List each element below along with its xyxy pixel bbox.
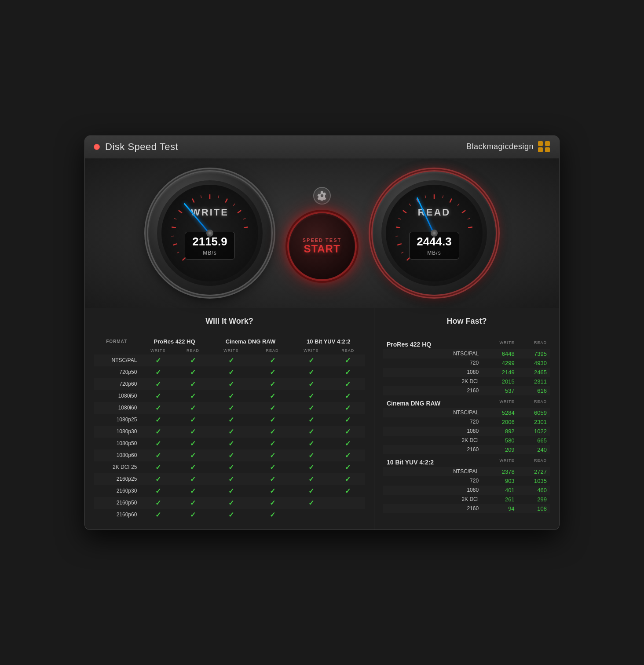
wiw-table-row: 720p50✓✓✓✓✓✓ [94, 366, 365, 378]
wiw-format-label: 1080p25 [94, 414, 139, 426]
wiw-check-cell: ✓ [253, 449, 292, 461]
wiw-format-label: 1080i50 [94, 390, 139, 402]
check-icon: ✓ [345, 428, 351, 435]
prores-read-header: READ [176, 347, 209, 354]
yuv-write-header: WRITE [292, 347, 330, 354]
wiw-check-cell: ✓ [330, 449, 365, 461]
hf-format-label: 1080 [383, 427, 482, 436]
write-value: 2115.9 [192, 235, 227, 248]
check-icon: ✓ [190, 511, 196, 519]
hf-table-row: 2160 94 108 [383, 504, 550, 513]
app-title: Disk Speed Test [105, 141, 178, 153]
read-gauge-inner: READ 2444.3 MB/s [381, 180, 487, 286]
will-it-work-panel: Will It Work? FORMAT ProRes 422 HQ Cinem… [85, 308, 374, 530]
hf-read-value: 4930 [518, 358, 550, 368]
prores-header: ProRes 422 HQ [139, 336, 209, 347]
check-icon: ✓ [345, 464, 351, 471]
wiw-check-cell: ✓ [292, 473, 330, 485]
wiw-table-row: 1080i50✓✓✓✓✓✓ [94, 390, 365, 402]
brand-icon [538, 141, 550, 152]
settings-button[interactable] [313, 187, 331, 205]
hf-read-value: 616 [518, 386, 550, 395]
hf-format-label: 1080 [383, 368, 482, 377]
check-icon: ✓ [190, 475, 196, 483]
hf-format-label: 2K DCI [383, 436, 482, 445]
wiw-check-cell: ✓ [209, 473, 253, 485]
check-icon: ✓ [270, 392, 275, 400]
title-bar-left: Disk Speed Test [94, 141, 178, 153]
wiw-check-cell: ✓ [176, 497, 209, 509]
hf-read-value: 1022 [518, 427, 550, 436]
close-button[interactable] [94, 144, 100, 150]
speed-test-start-button[interactable]: SPEED TEST START [289, 213, 355, 279]
wiw-check-cell: ✓ [209, 497, 253, 509]
hf-section-name: ProRes 422 HQ [383, 336, 482, 349]
gear-icon [317, 191, 327, 201]
hf-write-value: 2006 [482, 417, 518, 427]
hf-format-label: NTSC/PAL [383, 467, 482, 476]
hf-read-value: 240 [518, 445, 550, 454]
check-icon: ✓ [228, 357, 234, 364]
check-icon: ✓ [270, 499, 275, 507]
hf-format-label: 720 [383, 476, 482, 486]
check-icon: ✓ [190, 369, 196, 376]
check-icon: ✓ [345, 369, 351, 376]
wiw-format-label: 1080p30 [94, 426, 139, 438]
check-icon: ✓ [155, 487, 161, 495]
check-icon: ✓ [270, 464, 275, 471]
yuv-read-header: READ [330, 347, 365, 354]
check-icon: ✓ [308, 369, 314, 376]
brand-square-3 [538, 147, 543, 152]
wiw-format-label: 720p60 [94, 378, 139, 390]
wiw-check-cell: ✓ [292, 390, 330, 402]
wiw-format-label: 2K DCI 25 [94, 461, 139, 473]
check-icon: ✓ [228, 464, 234, 471]
wiw-check-cell: ✓ [209, 461, 253, 473]
check-icon: ✓ [155, 511, 161, 519]
wiw-check-cell: ✓ [139, 354, 176, 366]
check-icon: ✓ [270, 440, 275, 447]
how-fast-panel: How Fast? ProRes 422 HQ WRITE READ NTSC/… [374, 308, 559, 530]
wiw-check-cell: ✓ [139, 497, 176, 509]
wiw-table-row: 1080p25✓✓✓✓✓✓ [94, 414, 365, 426]
write-needle-center [206, 230, 213, 237]
check-icon: ✓ [270, 475, 275, 483]
read-needle-line [416, 197, 434, 234]
check-icon: ✓ [308, 416, 314, 424]
wiw-check-cell: ✓ [292, 497, 330, 509]
format-col-header: FORMAT [94, 336, 139, 347]
hf-table-row: 1080 892 1022 [383, 427, 550, 436]
check-icon: ✓ [345, 452, 351, 459]
cinema-read-header: READ [253, 347, 292, 354]
check-icon: ✓ [155, 392, 161, 400]
check-icon: ✓ [155, 452, 161, 459]
hf-section-header-row: ProRes 422 HQ WRITE READ [383, 336, 550, 349]
check-icon: ✓ [345, 392, 351, 400]
check-icon: ✓ [155, 357, 161, 364]
read-gauge: READ 2444.3 MB/s [373, 172, 496, 295]
wiw-check-cell: ✓ [253, 426, 292, 438]
hf-table-row: 2160 209 240 [383, 445, 550, 454]
hf-write-value: 903 [482, 476, 518, 486]
read-gauge-container: READ 2444.3 MB/s [373, 172, 496, 295]
wiw-format-label: 720p50 [94, 366, 139, 378]
wiw-table-row: 2160p60✓✓✓✓ [94, 509, 365, 521]
hf-write-value: 580 [482, 436, 518, 445]
wiw-check-cell: ✓ [139, 366, 176, 378]
check-icon: ✓ [308, 464, 314, 471]
wiw-check-cell: ✓ [292, 438, 330, 449]
title-bar: Disk Speed Test Blackmagicdesign [85, 136, 559, 158]
wiw-check-cell: ✓ [139, 378, 176, 390]
hf-read-value: 6059 [518, 408, 550, 417]
wiw-check-cell: ✓ [292, 414, 330, 426]
check-icon: ✓ [190, 428, 196, 435]
hf-write-value: 6448 [482, 349, 518, 358]
hf-write-value: 401 [482, 486, 518, 495]
check-icon: ✓ [190, 392, 196, 400]
wiw-check-cell: ✓ [209, 509, 253, 521]
wiw-check-cell: ✓ [253, 366, 292, 378]
wiw-check-cell: ✓ [139, 414, 176, 426]
check-icon: ✓ [190, 416, 196, 424]
wiw-table-row: 1080p60✓✓✓✓✓✓ [94, 449, 365, 461]
hf-read-value: 108 [518, 504, 550, 513]
